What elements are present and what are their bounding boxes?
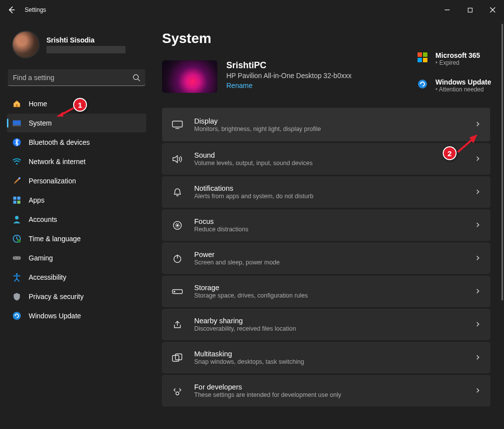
card-title: Storage xyxy=(194,284,475,292)
account-email-redacted xyxy=(46,46,126,53)
sidebar-item-privacy[interactable]: Privacy & security xyxy=(7,287,146,306)
accessibility-icon xyxy=(12,272,22,282)
sidebar-item-label: Network & internet xyxy=(29,158,85,166)
status-m365[interactable]: Microsoft 365 Expired xyxy=(418,51,491,66)
window-title: Settings xyxy=(25,6,46,13)
svg-rect-16 xyxy=(17,201,20,204)
sidebar-item-label: Windows Update xyxy=(29,312,81,320)
sidebar-item-gaming[interactable]: Gaming xyxy=(7,249,146,267)
status-windows-update[interactable]: Windows Update Attention needed xyxy=(418,78,491,93)
svg-point-36 xyxy=(176,224,178,226)
card-sub: Screen and sleep, power mode xyxy=(194,259,475,266)
sound-icon xyxy=(171,153,183,165)
svg-rect-15 xyxy=(13,201,16,204)
account-block[interactable]: Srishti Sisodia xyxy=(0,27,153,65)
content-area: System SrishtiPC HP Pavilion All-in-One … xyxy=(153,20,504,429)
card-sub: Reduce distractions xyxy=(194,226,475,233)
account-name: Srishti Sisodia xyxy=(46,36,126,44)
chevron-right-icon xyxy=(475,221,481,230)
chevron-right-icon xyxy=(475,188,481,197)
card-title: Notifications xyxy=(194,184,475,192)
developers-icon xyxy=(171,385,183,397)
search-placeholder: Find a setting xyxy=(13,74,132,82)
sidebar-item-label: System xyxy=(29,119,52,127)
sidebar-item-label: Apps xyxy=(29,196,44,204)
chevron-right-icon xyxy=(475,320,481,329)
card-multitasking[interactable]: Multitasking Snap windows, desktops, tas… xyxy=(162,342,490,373)
status-title: Microsoft 365 xyxy=(435,51,480,59)
device-thumbnail[interactable] xyxy=(162,60,217,93)
scrollbar-thumb[interactable] xyxy=(502,24,503,300)
multitasking-icon xyxy=(171,352,183,364)
card-title: For developers xyxy=(194,383,475,391)
rename-link[interactable]: Rename xyxy=(226,82,351,89)
svg-rect-32 xyxy=(172,121,182,127)
sidebar-item-windows-update[interactable]: Windows Update xyxy=(7,306,146,325)
sidebar-item-apps[interactable]: Apps xyxy=(7,191,146,210)
annotation-number: 1 xyxy=(78,101,82,109)
chevron-right-icon xyxy=(475,254,481,263)
card-for-developers[interactable]: For developers These settings are intend… xyxy=(162,375,490,406)
svg-point-11 xyxy=(16,163,17,165)
annotation-callout-2: 2 xyxy=(443,146,457,160)
card-sub: Storage space, drives, configuration rul… xyxy=(194,292,475,299)
card-notifications[interactable]: Notifications Alerts from apps and syste… xyxy=(162,176,490,208)
close-button[interactable] xyxy=(481,0,504,20)
titlebar: Settings xyxy=(0,0,504,20)
bell-icon xyxy=(171,186,183,198)
sidebar-item-label: Accounts xyxy=(29,215,57,223)
sidebar: Srishti Sisodia Find a setting Home Syst… xyxy=(0,20,153,429)
svg-rect-9 xyxy=(12,126,21,127)
storage-icon xyxy=(171,286,183,298)
card-focus[interactable]: Focus Reduce distractions xyxy=(162,210,490,241)
card-title: Power xyxy=(194,251,475,258)
sidebar-item-label: Privacy & security xyxy=(29,293,84,300)
avatar xyxy=(12,31,40,58)
sidebar-item-label: Personalization xyxy=(29,177,76,185)
svg-rect-29 xyxy=(423,58,427,62)
card-display[interactable]: Display Monitors, brightness, night ligh… xyxy=(162,108,490,141)
card-nearby-sharing[interactable]: Nearby sharing Discoverability, received… xyxy=(162,309,490,340)
chevron-right-icon xyxy=(475,353,481,362)
status-sub: Attention needed xyxy=(435,86,491,93)
svg-rect-2 xyxy=(468,8,472,12)
svg-point-23 xyxy=(16,273,18,275)
minimize-button[interactable] xyxy=(436,0,459,20)
card-title: Sound xyxy=(194,151,475,159)
chevron-right-icon xyxy=(475,287,481,296)
sidebar-item-accessibility[interactable]: Accessibility xyxy=(7,268,146,287)
sidebar-item-network[interactable]: Network & internet xyxy=(7,152,146,171)
card-power[interactable]: Power Screen and sleep, power mode xyxy=(162,243,490,274)
wifi-icon xyxy=(12,157,22,167)
back-button[interactable] xyxy=(3,1,20,18)
search-input[interactable]: Find a setting xyxy=(8,69,145,86)
sidebar-item-personalization[interactable]: Personalization xyxy=(7,172,146,190)
status-sub: Expired xyxy=(435,59,480,66)
system-icon xyxy=(12,118,22,128)
svg-point-24 xyxy=(13,312,21,320)
sidebar-item-time-language[interactable]: Time & language xyxy=(7,229,146,248)
focus-icon xyxy=(171,219,183,231)
status-title: Windows Update xyxy=(435,78,491,86)
annotation-arrow-2 xyxy=(455,133,479,155)
scrollbar[interactable] xyxy=(500,20,503,429)
sidebar-item-accounts[interactable]: Accounts xyxy=(7,210,146,229)
sidebar-item-label: Time & language xyxy=(29,235,81,243)
sidebar-item-bluetooth[interactable]: Bluetooth & devices xyxy=(7,133,146,152)
card-sub: Alerts from apps and system, do not dist… xyxy=(194,193,475,200)
svg-rect-7 xyxy=(16,104,18,107)
card-sub: Volume levels, output, input, sound devi… xyxy=(194,160,475,167)
annotation-number: 2 xyxy=(448,149,452,158)
sidebar-item-label: Home xyxy=(29,100,47,108)
page-title: System xyxy=(162,31,499,46)
sidebar-item-label: Accessibility xyxy=(29,273,66,281)
card-sub: Snap windows, desktops, task switching xyxy=(194,358,475,365)
maximize-button[interactable] xyxy=(459,0,481,20)
share-icon xyxy=(171,319,183,331)
svg-point-43 xyxy=(176,392,179,395)
chevron-right-icon xyxy=(475,155,481,164)
power-icon xyxy=(171,253,183,264)
card-sound[interactable]: Sound Volume levels, output, input, soun… xyxy=(162,143,490,174)
card-storage[interactable]: Storage Storage space, drives, configura… xyxy=(162,276,490,307)
card-title: Multitasking xyxy=(194,350,475,358)
